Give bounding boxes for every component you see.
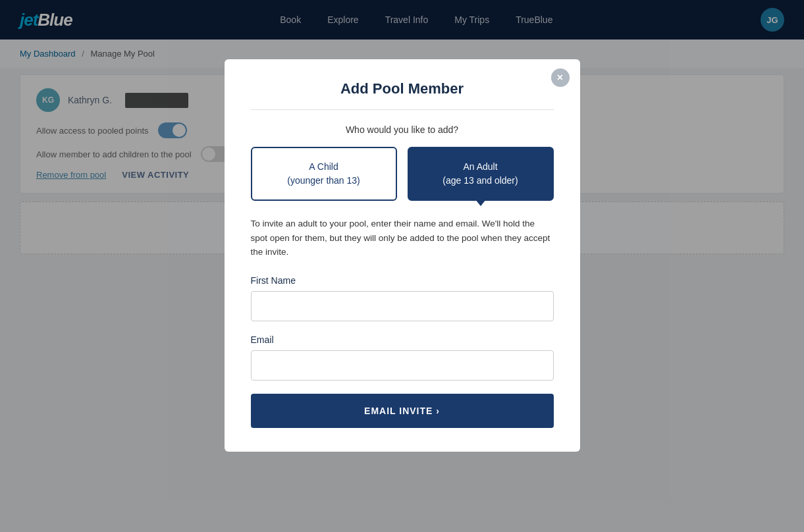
type-selector: A Child (younger than 13) An Adult (age … [251, 147, 554, 201]
modal-subtitle: Who would you like to add? [251, 124, 554, 135]
close-button[interactable]: × [551, 68, 570, 87]
modal-overlay: × Add Pool Member Who would you like to … [0, 0, 804, 532]
page-background: KG Kathryn G. Points Allow access to poo… [0, 68, 804, 532]
email-input[interactable] [251, 350, 554, 381]
modal-title: Add Pool Member [251, 80, 554, 97]
email-label: Email [251, 334, 554, 345]
adult-label: An Adult [463, 161, 497, 172]
child-sublabel: (younger than 13) [287, 175, 360, 186]
first-name-input[interactable] [251, 291, 554, 321]
child-label: A Child [309, 161, 338, 172]
adult-sublabel: (age 13 and older) [442, 175, 518, 186]
email-invite-button[interactable]: EMAIL INVITE › [251, 394, 554, 428]
modal-divider [251, 109, 554, 110]
child-type-button[interactable]: A Child (younger than 13) [251, 147, 397, 201]
adult-type-button[interactable]: An Adult (age 13 and older) [408, 147, 554, 201]
invite-description: To invite an adult to your pool, enter t… [251, 217, 554, 259]
first-name-label: First Name [251, 275, 554, 286]
add-pool-member-modal: × Add Pool Member Who would you like to … [225, 59, 580, 452]
